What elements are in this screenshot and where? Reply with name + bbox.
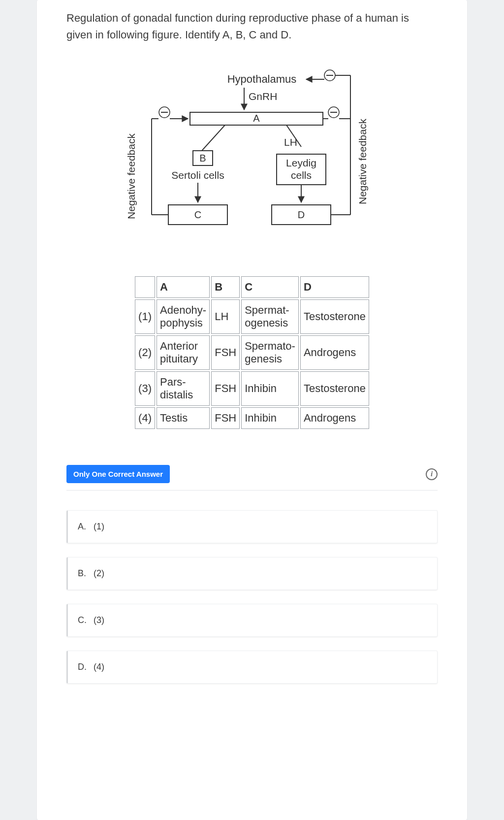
- leydig-label-2: cells: [291, 169, 312, 181]
- answer-text: (2): [94, 568, 104, 579]
- regulation-diagram: Hypothalamus GnRH A B: [119, 63, 385, 260]
- options-table-container: A B C D (1) Adenohy-pophysis LH Spermat-…: [66, 275, 438, 430]
- table-row: (4) Testis FSH Inhibin Androgens: [135, 407, 369, 429]
- table-row: (2) Anteriorpituitary FSH Spermato-genes…: [135, 335, 369, 370]
- col-c: C: [241, 276, 299, 298]
- d-label: D: [298, 209, 305, 220]
- col-a: A: [157, 276, 210, 298]
- gnrh-label: GnRH: [249, 91, 277, 102]
- question-text: Regulation of gonadal function during re…: [66, 10, 438, 43]
- answer-letter: D.: [78, 662, 94, 672]
- col-d: D: [300, 276, 369, 298]
- answer-type-badge: Only One Correct Answer: [66, 465, 170, 483]
- table-row: (3) Pars-distalis FSH Inhibin Testostero…: [135, 371, 369, 406]
- table-row: (1) Adenohy-pophysis LH Spermat-ogenesis…: [135, 299, 369, 334]
- answer-option-c[interactable]: C. (3): [66, 604, 438, 637]
- separator: [66, 490, 438, 491]
- badge-row: Only One Correct Answer i: [66, 465, 438, 483]
- sertoli-label: Sertoli cells: [171, 169, 224, 181]
- answer-letter: A.: [78, 522, 94, 532]
- neg-feedback-right: Negative feedback: [357, 119, 368, 204]
- info-icon[interactable]: i: [426, 468, 438, 480]
- answer-text: (1): [94, 522, 104, 532]
- neg-feedback-left: Negative feedback: [126, 133, 137, 219]
- table-header-row: A B C D: [135, 276, 369, 298]
- col-b: B: [211, 276, 240, 298]
- answer-option-b[interactable]: B. (2): [66, 557, 438, 590]
- answer-text: (3): [94, 615, 104, 625]
- connector-line: [202, 125, 225, 151]
- col-blank: [135, 276, 155, 298]
- b-label: B: [199, 153, 206, 164]
- answer-letter: C.: [78, 615, 94, 625]
- answer-letter: B.: [78, 568, 94, 579]
- answer-text: (4): [94, 662, 104, 672]
- answer-option-d[interactable]: D. (4): [66, 651, 438, 684]
- question-card: Regulation of gonadal function during re…: [37, 0, 467, 820]
- options-table: A B C D (1) Adenohy-pophysis LH Spermat-…: [133, 275, 371, 430]
- hypothalamus-label: Hypothalamus: [227, 73, 297, 85]
- c-label: C: [194, 209, 201, 220]
- leydig-label-1: Leydig: [286, 157, 316, 168]
- answer-option-a[interactable]: A. (1): [66, 510, 438, 543]
- diagram-container: Hypothalamus GnRH A B: [66, 63, 438, 260]
- lh-label: LH: [284, 136, 297, 148]
- a-label: A: [253, 113, 260, 124]
